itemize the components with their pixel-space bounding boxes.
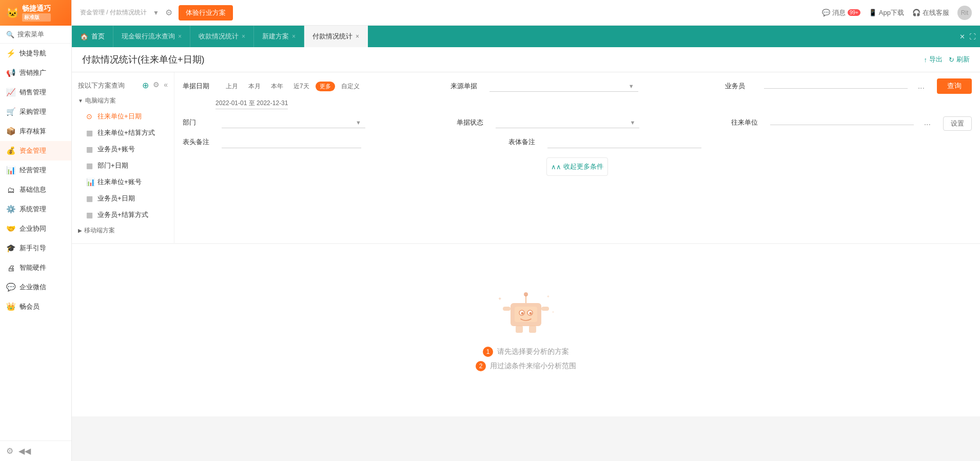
message-button[interactable]: 💬 消息 99+ [822, 8, 860, 17]
scheme-item-dept-date[interactable]: ▦ 部门+日期 [72, 157, 174, 174]
mobile-section-toggle[interactable]: ▶ 移动端方案 [72, 223, 174, 238]
dept-select-arrow: ▼ [356, 119, 361, 126]
sidebar-item-quick-nav[interactable]: ⚡ 快捷导航 [0, 44, 71, 63]
date-range-row: 2022-01-01 至 2022-12-31 [213, 99, 972, 109]
scheme-item-unit-settle[interactable]: ▦ 往来单位+结算方式 [72, 125, 174, 141]
desktop-section-toggle[interactable]: ▼ 电脑端方案 [72, 93, 174, 108]
date-options: 上月 本月 本年 近7天 更多 自定义 [222, 81, 364, 92]
tab-new-scheme[interactable]: 新建方案 × [254, 26, 304, 47]
sidebar-item-sales[interactable]: 📈 销售管理 [0, 83, 71, 102]
tab-receipt-stats-close[interactable]: × [242, 33, 245, 40]
tab-new-scheme-close[interactable]: × [292, 33, 296, 40]
date-option-7days[interactable]: 近7天 [289, 81, 313, 92]
scheme-add-icon[interactable]: ⊕ [142, 81, 149, 90]
topbar-dropdown-arrow[interactable]: ▼ [153, 9, 159, 16]
footer-collapse-icon[interactable]: ◀◀ [18, 446, 31, 456]
tab-payment-stats-close[interactable]: × [356, 33, 359, 40]
settings-button[interactable]: 设置 [943, 116, 972, 131]
export-button[interactable]: ↑ 导出 [924, 55, 943, 64]
collapse-more-button[interactable]: ∧∧ 收起更多条件 [546, 157, 608, 176]
tab-payment-stats-label: 付款情况统计 [312, 32, 352, 41]
date-option-custom[interactable]: 自定义 [337, 81, 364, 92]
wechat-icon: 💬 [6, 283, 15, 292]
sidebar: 🐱 畅捷通巧 标准版 🔍 搜索菜单 ⚡ 快捷导航 📢 营销推广 📈 销售管理 🛒… [0, 0, 72, 461]
dept-select[interactable]: ▼ [222, 117, 365, 128]
sidebar-item-label: 快捷导航 [19, 49, 46, 58]
scheme-item-salesman-settle[interactable]: ▦ 业务员+结算方式 [72, 207, 174, 223]
sales-icon: 📈 [6, 88, 15, 97]
scheme-sidebar-header: 按以下方案查询 ⊕ ⚙ « [72, 77, 174, 93]
counterpart-dots[interactable]: ... [924, 118, 931, 127]
scheme-active-icon: ⊙ [86, 112, 94, 121]
app-download-button[interactable]: 📱 App下载 [869, 8, 904, 17]
sidebar-item-label: 销售管理 [19, 88, 46, 97]
voucher-status-select[interactable]: ▼ [496, 117, 639, 128]
sidebar-search[interactable]: 🔍 搜索菜单 [0, 26, 71, 44]
sidebar-item-wechat[interactable]: 💬 企业微信 [0, 277, 71, 297]
search-label: 搜索菜单 [17, 30, 44, 39]
tab-bank[interactable]: 现金银行流水查询 × [113, 26, 190, 47]
avatar-text: Rit [961, 9, 969, 16]
collapse-row: ∧∧ 收起更多条件 [183, 153, 972, 180]
date-option-this-month[interactable]: 本月 [244, 81, 265, 92]
sidebar-item-label: 企业协同 [19, 224, 46, 233]
table-head-note-label: 表头备注 [183, 137, 213, 147]
collapse-arrow-icon: ∧∧ [551, 163, 561, 171]
svg-text:✦: ✦ [552, 310, 555, 314]
tab-fullscreen-icon[interactable]: ⛶ [969, 33, 976, 41]
topbar-settings-icon[interactable]: ⚙ [165, 8, 172, 17]
sidebar-item-label: 资金管理 [19, 146, 46, 155]
page-title: 付款情况统计(往来单位+日期) [82, 53, 205, 66]
salesman-dots[interactable]: ... [918, 82, 925, 91]
counterpart-select[interactable] [770, 121, 914, 125]
scheme-item-unit-date[interactable]: ⊙ 往来单位+日期 [72, 108, 174, 125]
tab-bank-close[interactable]: × [178, 33, 182, 40]
sidebar-item-vip[interactable]: 👑 畅会员 [0, 297, 71, 316]
tab-home[interactable]: 🏠 首页 [72, 26, 113, 47]
sidebar-item-hardware[interactable]: 🖨 智能硬件 [0, 258, 71, 277]
salesman-select[interactable] [764, 84, 908, 89]
scheme-settings-icon[interactable]: ⚙ [153, 81, 160, 90]
sidebar-item-operations[interactable]: 📊 经营管理 [0, 161, 71, 180]
scheme-item-salesman-account[interactable]: ▦ 业务员+账号 [72, 141, 174, 157]
sidebar-item-system[interactable]: ⚙️ 系统管理 [0, 199, 71, 219]
table-body-note-input[interactable] [547, 136, 701, 148]
tab-payment-stats[interactable]: 付款情况统计 × [304, 26, 368, 47]
refresh-button[interactable]: ↻ 刷新 [949, 55, 970, 64]
scheme-collapse-icon[interactable]: « [164, 81, 168, 90]
svg-point-5 [530, 312, 532, 315]
date-option-this-year[interactable]: 本年 [267, 81, 287, 92]
source-select[interactable]: ▼ [489, 81, 638, 92]
service-icon: 🎧 [912, 9, 920, 16]
sidebar-item-label: 库存核算 [19, 127, 46, 136]
scheme-item-unit-account[interactable]: 📊 往来单位+账号 [72, 174, 174, 190]
sidebar-item-purchase[interactable]: 🛒 采购管理 [0, 102, 71, 122]
app-download-icon: 📱 [869, 9, 877, 16]
date-option-last-month[interactable]: 上月 [222, 81, 242, 92]
scheme-icon: ▦ [86, 129, 94, 137]
query-button[interactable]: 查询 [937, 78, 972, 94]
sidebar-item-basic[interactable]: 🗂 基础信息 [0, 180, 71, 199]
try-industry-button[interactable]: 体验行业方案 [179, 5, 233, 21]
sidebar-item-marketing[interactable]: 📢 营销推广 [0, 63, 71, 83]
table-head-note-input[interactable] [222, 136, 361, 148]
sidebar-item-enterprise[interactable]: 🤝 企业协同 [0, 219, 71, 238]
content-area: 付款情况统计(往来单位+日期) ↑ 导出 ↻ 刷新 按以下方案查询 ⊕ [72, 47, 980, 461]
user-avatar[interactable]: Rit [957, 6, 972, 20]
date-range-value: 2022-01-01 至 2022-12-31 [215, 99, 288, 109]
sidebar-item-inventory[interactable]: 📦 库存核算 [0, 122, 71, 141]
topbar: 资金管理 / 付款情况统计 ▼ ⚙ 体验行业方案 💬 消息 99+ 📱 App下… [72, 0, 980, 26]
sidebar-item-fund[interactable]: 💰 资金管理 [0, 141, 71, 161]
desktop-arrow-icon: ▼ [78, 98, 83, 104]
tab-close-all-icon[interactable]: ✕ [959, 33, 965, 41]
tab-receipt-stats[interactable]: 收款情况统计 × [190, 26, 254, 47]
sidebar-item-label: 系统管理 [19, 205, 46, 214]
sidebar-item-guide[interactable]: 🎓 新手引导 [0, 238, 71, 258]
online-service-button[interactable]: 🎧 在线客服 [912, 8, 949, 17]
footer-settings-icon[interactable]: ⚙ [6, 446, 13, 456]
date-option-more[interactable]: 更多 [316, 82, 335, 91]
tab-home-label: 首页 [91, 32, 105, 41]
marketing-icon: 📢 [6, 68, 15, 77]
scheme-item-salesman-date[interactable]: ▦ 业务员+日期 [72, 190, 174, 207]
scheme-item-label: 部门+日期 [97, 161, 128, 170]
